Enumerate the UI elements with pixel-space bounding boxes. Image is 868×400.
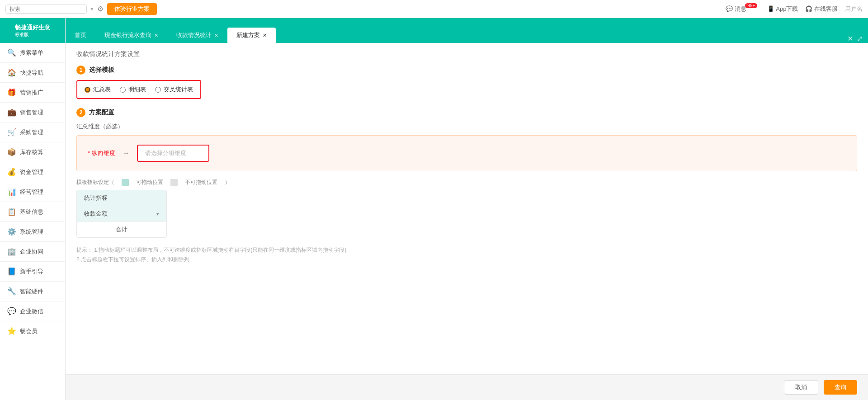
logo-sub: 标准版 [15, 32, 50, 38]
cancel-button[interactable]: 取消 [784, 380, 818, 395]
radio-detail[interactable]: 明细表 [120, 85, 146, 94]
gift-icon: 🎁 [7, 88, 16, 97]
collection-amount-label: 收款金额 [84, 210, 108, 218]
tab-bank-flow-label: 现金银行流水查询 [104, 31, 151, 39]
sidebar-label-finance: 资金管理 [20, 168, 43, 176]
app-download[interactable]: 📱 App下载 [767, 5, 798, 13]
sidebar-label-enterprise-coop: 企业协同 [20, 248, 43, 256]
search-input[interactable] [5, 5, 87, 14]
top-bar-right: 💬 消息 99+ 📱 App下载 🎧 在线客服 用户名 [726, 5, 863, 13]
cart-icon: 🛒 [7, 128, 16, 136]
briefcase-icon: 💼 [7, 108, 16, 117]
indicators-total-cell: 合计 [77, 221, 166, 237]
sidebar-label-operations: 经营管理 [20, 188, 43, 196]
sidebar-label-basic-info: 基础信息 [20, 208, 43, 216]
sidebar-label-quick-nav: 快捷导航 [20, 69, 43, 77]
step1-header: 1 选择模板 [76, 66, 857, 75]
tab-collection-stat-label: 收款情况统计 [176, 31, 212, 39]
notification-badge: 99+ [745, 3, 757, 8]
non-draggable-label: 不可拖动位置 [185, 179, 217, 186]
user-label: 用户名 [845, 5, 863, 13]
money-icon: 💰 [7, 168, 16, 176]
top-bar: ▾ ⚙ 体验行业方案 💬 消息 99+ 📱 App下载 🎧 在线客服 用户名 [0, 0, 868, 18]
tab-new-plan-close[interactable]: ✕ [263, 33, 267, 38]
chat-icon: 💬 [7, 307, 16, 315]
radio-detail-label: 明细表 [128, 85, 146, 94]
sidebar-label-newcomer: 新手引导 [20, 268, 43, 276]
tab-bank-flow-close[interactable]: ✕ [154, 33, 158, 38]
tab-bank-flow[interactable]: 现金银行流水查询 ✕ [95, 28, 167, 43]
tab-collection-stat[interactable]: 收款情况统计 ✕ [167, 28, 227, 43]
sidebar-label-search-menu: 搜索菜单 [20, 49, 43, 57]
sidebar-item-sales[interactable]: 💼 销售管理 [0, 103, 65, 122]
step2-number: 2 [76, 108, 85, 117]
radio-summary-input[interactable] [85, 87, 90, 93]
indicators-table: 统计指标 收款金额 ▾ 合计 [76, 190, 167, 238]
sidebar-item-sys-manage[interactable]: ⚙️ 系统管理 [0, 222, 65, 242]
step2-header: 2 方案配置 [76, 108, 857, 117]
close-paren: ） [225, 179, 230, 186]
tab-bar: 首页 现金银行流水查询 ✕ 收款情况统计 ✕ 新建方案 ✕ ✕ ⤢ [66, 18, 868, 43]
online-support[interactable]: 🎧 在线客服 [805, 5, 838, 13]
sidebar-item-smart-hw[interactable]: 🔧 智能硬件 [0, 282, 65, 301]
content-area: 首页 现金银行流水查询 ✕ 收款情况统计 ✕ 新建方案 ✕ ✕ ⤢ 收款情况统计… [66, 18, 868, 400]
sidebar-item-purchase[interactable]: 🛒 采购管理 [0, 122, 65, 142]
dimension-area: * 纵向维度 → 请选择分组维度 [76, 135, 857, 171]
radio-cross-input[interactable] [155, 87, 161, 93]
page-title: 收款情况统计方案设置 [76, 50, 857, 58]
indicators-legend: 模板指标设定（ 可拖动位置 不可拖动位置 ） [76, 179, 857, 186]
sidebar-item-basic-info[interactable]: 📋 基础信息 [0, 202, 65, 222]
building-icon: 🏢 [7, 247, 16, 256]
sidebar-item-member[interactable]: ⭐ 畅会员 [0, 321, 65, 341]
industry-plan-button[interactable]: 体验行业方案 [107, 3, 157, 15]
stat-label: 统计指标 [84, 194, 108, 201]
sidebar-label-enterprise-wechat: 企业微信 [20, 307, 43, 315]
sidebar-label-smart-hw: 智能硬件 [20, 287, 43, 296]
sidebar-label-purchase: 采购管理 [20, 128, 43, 136]
dim-select-box[interactable]: 请选择分组维度 [137, 145, 209, 162]
tab-new-plan[interactable]: 新建方案 ✕ [227, 28, 276, 43]
step1-section: 1 选择模板 汇总表 明细表 [76, 66, 857, 99]
draggable-label: 可拖动位置 [136, 179, 163, 186]
indicators-collection-row[interactable]: 收款金额 ▾ [77, 206, 166, 221]
notification-section[interactable]: 💬 消息 99+ [726, 5, 760, 13]
chart-icon: 📊 [7, 188, 16, 196]
clipboard-icon: 📋 [7, 207, 16, 216]
sidebar-item-operations[interactable]: 📊 经营管理 [0, 182, 65, 202]
step1-number: 1 [76, 66, 85, 75]
sidebar-item-inventory[interactable]: 📦 库存核算 [0, 142, 65, 162]
sidebar-item-quick-nav[interactable]: 🏠 快捷导航 [0, 63, 65, 83]
search-icon: 🔍 [7, 48, 16, 57]
sidebar-item-enterprise-coop[interactable]: 🏢 企业协同 [0, 242, 65, 262]
sidebar-label-sales: 销售管理 [20, 108, 43, 117]
arrow-icon: → [123, 149, 130, 157]
tip-1: 提示： 1.拖动标题栏可以调整布局，不可跨维度或指标区域拖动栏目字段(只能在同一… [76, 246, 857, 254]
gear-icon[interactable]: ⚙ [97, 5, 104, 13]
close-window-icon[interactable]: ✕ [847, 34, 853, 43]
radio-summary-label: 汇总表 [93, 85, 111, 94]
radio-detail-input[interactable] [120, 87, 126, 93]
tips-section: 提示： 1.拖动标题栏可以调整布局，不可跨维度或指标区域拖动栏目字段(只能在同一… [76, 246, 857, 264]
radio-cross[interactable]: 交叉统计表 [155, 85, 193, 94]
sidebar-item-enterprise-wechat[interactable]: 💬 企业微信 [0, 301, 65, 321]
page-inner: 收款情况统计方案设置 1 选择模板 汇总表 明细表 [66, 43, 868, 374]
book-icon: 📘 [7, 267, 16, 276]
dropdown-arrow-icon[interactable]: ▾ [156, 211, 159, 217]
tip-2: 2.点击标题栏下拉可设置排序、插入列和删除列 [76, 256, 857, 264]
sidebar-item-search-menu[interactable]: 🔍 搜索菜单 [0, 43, 65, 63]
tab-home[interactable]: 首页 [66, 28, 95, 43]
tab-new-plan-label: 新建方案 [236, 31, 260, 39]
tab-collection-stat-close[interactable]: ✕ [214, 33, 218, 38]
sidebar-item-newcomer[interactable]: 📘 新手引导 [0, 262, 65, 282]
sidebar-label-sys-manage: 系统管理 [20, 228, 43, 236]
logo-text: 畅捷通好生意 [15, 24, 50, 32]
draggable-dot [122, 179, 129, 186]
sidebar-item-finance[interactable]: 💰 资金管理 [0, 162, 65, 182]
vertical-dim-label: * 纵向维度 [88, 149, 115, 157]
radio-summary[interactable]: 汇总表 [85, 85, 111, 94]
total-label: 合计 [116, 226, 127, 233]
query-button[interactable]: 查询 [824, 380, 857, 395]
maximize-icon[interactable]: ⤢ [857, 34, 863, 43]
sidebar-item-marketing[interactable]: 🎁 营销推广 [0, 83, 65, 103]
sidebar-logo: 畅捷通好生意 标准版 [0, 18, 65, 43]
